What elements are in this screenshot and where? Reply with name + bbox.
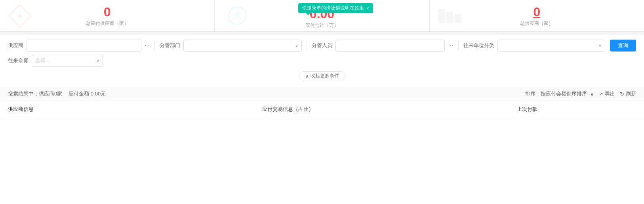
payable-total-label: 应付合计（万） xyxy=(305,22,339,29)
result-info: 搜索结果中，供应商0家 应付金额 0.00元 xyxy=(8,90,106,97)
divider-2 xyxy=(307,41,307,50)
sort-dropdown[interactable]: 排序：按应付会额倒序排序 ∨ xyxy=(525,90,594,97)
col-transaction-info: 应付交易信息（占比） xyxy=(262,106,501,113)
supplier-label: 供应商 xyxy=(8,42,23,49)
department-chevron-icon: ∨ xyxy=(295,43,298,48)
result-amount: 应付金额 0.00元 xyxy=(69,90,106,97)
total-suppliers-label: 总供应商（家） xyxy=(520,20,553,27)
query-button[interactable]: 查询 xyxy=(610,40,636,51)
sort-label: 排序：按应付会额倒序排序 xyxy=(525,90,587,97)
supplier-input[interactable] xyxy=(27,40,141,51)
col-supplier-info: 供应商信息 xyxy=(8,106,246,113)
col-last-payment: 上次付款 xyxy=(517,106,636,113)
balance-placeholder: 选择... xyxy=(35,57,50,64)
unit-field: 往来单位分类 ∨ xyxy=(463,40,605,51)
filter-row-1: 供应商 ··· 分管部门 ∨ 分管人员 ··· 往来单位分类 ∨ xyxy=(8,40,636,51)
divider-1 xyxy=(154,41,155,50)
stat-total-suppliers: 0 总供应商（家） xyxy=(430,0,644,31)
person-field: 分管人员 ··· xyxy=(312,40,453,51)
diamond-logo-icon: ◈ xyxy=(8,4,32,28)
unit-label: 往来单位分类 xyxy=(463,42,494,49)
svg-text:◈: ◈ xyxy=(17,12,23,19)
table-body xyxy=(0,118,644,204)
department-label: 分管部门 xyxy=(160,42,180,49)
total-suppliers-number: 0 xyxy=(533,4,540,19)
filter-row-2: 往来余额 选择... ∨ xyxy=(8,55,636,67)
stats-bar: ◈ 0 总应付供应商（家） 快速录单的快捷键说明在这里 × 米 0.00 应付合… xyxy=(0,0,644,32)
refresh-button[interactable]: ↻ 刷新 xyxy=(620,90,636,97)
result-actions: 排序：按应付会额倒序排序 ∨ ↗ 导出 ↻ 刷新 xyxy=(525,90,636,97)
department-select[interactable]: ∨ xyxy=(183,40,301,51)
export-button[interactable]: ↗ 导出 xyxy=(599,90,615,97)
divider-3 xyxy=(458,41,459,50)
collapse-row: ∧ 收起更多条件 xyxy=(8,70,636,84)
balance-select[interactable]: 选择... ∨ xyxy=(32,55,103,67)
stat-payable-total: 快速录单的快捷键说明在这里 × 米 0.00 应付合计（万） xyxy=(215,0,429,31)
person-label: 分管人员 xyxy=(312,42,332,49)
filter-bar: 供应商 ··· 分管部门 ∨ 分管人员 ··· 往来单位分类 ∨ xyxy=(0,35,644,87)
svg-text:米: 米 xyxy=(233,11,241,19)
result-bar: 搜索结果中，供应商0家 应付金额 0.00元 排序：按应付会额倒序排序 ∨ ↗ … xyxy=(0,87,644,101)
tooltip-text: 快速录单的快捷键说明在这里 xyxy=(302,5,364,11)
balance-field: 往来余额 选择... ∨ xyxy=(8,55,135,67)
supplier-field: 供应商 ··· xyxy=(8,40,150,51)
middle-icon: 米 xyxy=(227,5,248,27)
total-payable-suppliers-label: 总应付供应商（家） xyxy=(86,20,129,27)
export-icon: ↗ xyxy=(599,91,603,97)
refresh-label: 刷新 xyxy=(626,90,636,97)
stat-total-payable-suppliers: ◈ 0 总应付供应商（家） xyxy=(0,0,215,31)
result-supplier-count: 搜索结果中，供应商0家 xyxy=(8,90,62,97)
unit-select[interactable]: ∨ xyxy=(497,40,605,51)
export-label: 导出 xyxy=(605,90,615,97)
collapse-button[interactable]: ∧ 收起更多条件 xyxy=(299,71,346,80)
collapse-label: 收起更多条件 xyxy=(311,72,339,79)
person-input[interactable] xyxy=(335,40,445,51)
sort-chevron-icon: ∨ xyxy=(590,91,594,97)
collapse-up-icon: ∧ xyxy=(305,73,309,79)
table-header: 供应商信息 应付交易信息（占比） 上次付款 xyxy=(0,101,644,118)
shortcut-tooltip: 快速录单的快捷键说明在这里 × xyxy=(298,3,373,13)
balance-label: 往来余额 xyxy=(8,57,29,64)
unit-chevron-icon: ∨ xyxy=(598,43,602,48)
tooltip-close-button[interactable]: × xyxy=(366,6,369,11)
department-field: 分管部门 ∨ xyxy=(160,40,301,51)
total-payable-suppliers-number: 0 xyxy=(104,4,111,19)
supplier-dots-button[interactable]: ··· xyxy=(145,42,150,49)
refresh-icon: ↻ xyxy=(620,91,624,97)
balance-chevron-icon: ∨ xyxy=(96,58,99,63)
person-dots-button[interactable]: ··· xyxy=(448,42,453,49)
